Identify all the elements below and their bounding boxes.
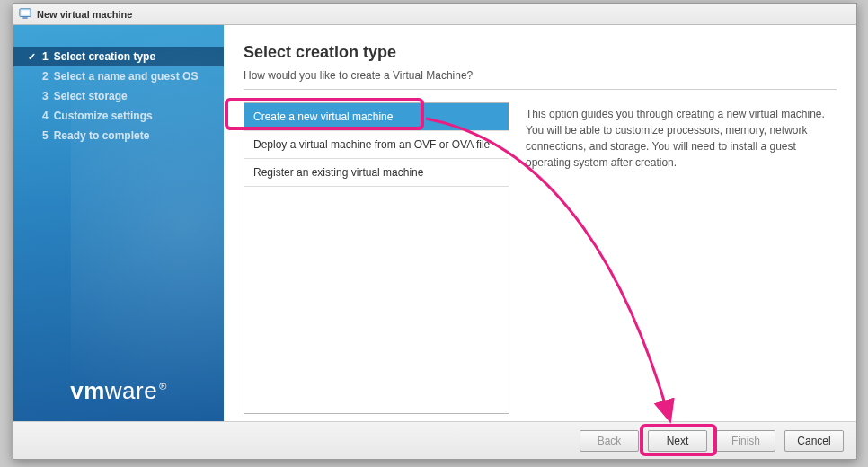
next-button[interactable]: Next xyxy=(648,430,707,452)
step-label: Select a name and guest OS xyxy=(54,70,199,83)
step-num: 3 xyxy=(42,90,49,102)
step-label: Ready to complete xyxy=(54,129,150,142)
dialog-title: New virtual machine xyxy=(37,9,132,20)
back-button[interactable]: Back xyxy=(580,430,639,452)
divider xyxy=(244,89,837,90)
svg-rect-2 xyxy=(22,17,27,18)
vmware-logo: vmware® xyxy=(13,377,224,405)
step-label: Customize settings xyxy=(54,110,153,122)
option-deploy-ovf[interactable]: Deploy a virtual machine from an OVF or … xyxy=(244,131,509,159)
option-description: This option guides you through creating … xyxy=(526,102,837,414)
finish-button[interactable]: Finish xyxy=(716,430,775,452)
dialog-body: ✓ 1 Select creation type 2 Select a name… xyxy=(13,25,856,421)
content-row: Create a new virtual machine Deploy a vi… xyxy=(244,102,837,414)
page-title: Select creation type xyxy=(244,43,837,62)
wizard-step-4[interactable]: 4 Customize settings xyxy=(13,106,224,126)
wizard-step-5[interactable]: 5 Ready to complete xyxy=(13,126,224,145)
wizard-step-1[interactable]: ✓ 1 Select creation type xyxy=(13,47,224,66)
creation-type-list: Create a new virtual machine Deploy a vi… xyxy=(244,102,509,414)
step-num: 5 xyxy=(42,129,49,142)
check-icon: ✓ xyxy=(26,51,37,63)
wizard-main: Select creation type How would you like … xyxy=(224,25,856,421)
new-vm-dialog: New virtual machine ✓ 1 Select creation … xyxy=(13,3,857,460)
step-label: Select storage xyxy=(54,90,128,102)
page-subtitle: How would you like to create a Virtual M… xyxy=(244,69,837,82)
step-num: 4 xyxy=(42,110,49,122)
wizard-sidebar: ✓ 1 Select creation type 2 Select a name… xyxy=(13,25,224,421)
svg-rect-1 xyxy=(22,10,30,14)
cancel-button[interactable]: Cancel xyxy=(784,430,844,452)
step-num: 2 xyxy=(42,70,49,83)
wizard-step-2[interactable]: 2 Select a name and guest OS xyxy=(13,66,224,86)
titlebar: New virtual machine xyxy=(13,4,856,25)
wizard-step-3[interactable]: 3 Select storage xyxy=(13,86,224,106)
option-register-existing[interactable]: Register an existing virtual machine xyxy=(244,159,509,187)
step-num: 1 xyxy=(42,50,49,63)
step-label: Select creation type xyxy=(54,50,155,63)
wizard-footer: Back Next Finish Cancel xyxy=(13,421,856,459)
vm-icon xyxy=(19,7,31,22)
option-create-new-vm[interactable]: Create a new virtual machine xyxy=(244,103,509,131)
